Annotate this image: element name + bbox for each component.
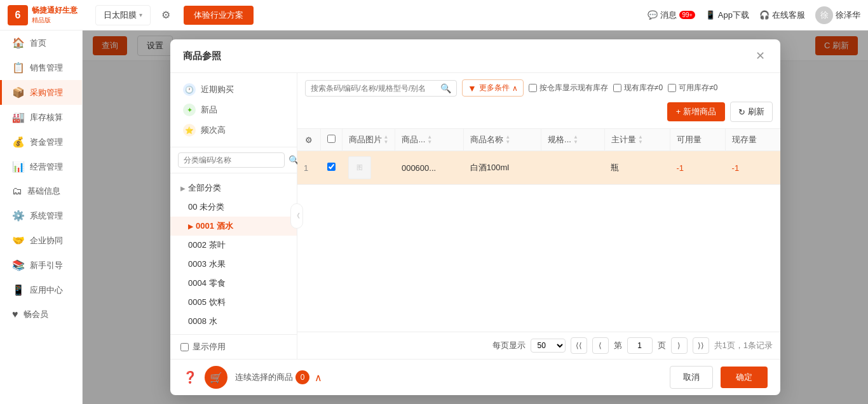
collapse-icon[interactable]: ∧: [315, 372, 322, 384]
recent-icon: 🕐: [183, 83, 196, 96]
available-stock-checkbox[interactable]: [613, 84, 621, 92]
help-icon[interactable]: ❓: [183, 370, 197, 384]
row-name: 白酒100ml: [464, 151, 541, 185]
category-0002[interactable]: 0002 茶叶: [170, 236, 297, 255]
logo-text: 畅捷通好生意 精品版: [32, 5, 78, 25]
last-page-button[interactable]: ⟩⟩: [693, 337, 709, 354]
quick-link-frequent[interactable]: ⭐ 频次高: [178, 120, 289, 140]
cart-button[interactable]: 🛒: [205, 366, 227, 389]
next-page-button[interactable]: ⟩: [671, 337, 688, 354]
headset-icon: 🎧: [759, 10, 770, 20]
col-settings[interactable]: ⚙: [297, 129, 320, 151]
row-stock: -1: [726, 151, 780, 185]
cooperation-icon: 🤝: [12, 234, 25, 246]
sidebar: 🏠 首页 📋 销售管理 📦 采购管理 🏭 库存核算 💰 资金管理 📊 经营管理 …: [0, 30, 83, 404]
message-item[interactable]: 💬 消息 99+: [648, 10, 695, 21]
add-product-button[interactable]: + 新增商品: [667, 102, 725, 121]
user-item[interactable]: 徐 徐泽华: [815, 6, 860, 24]
experience-button[interactable]: 体验行业方案: [184, 6, 254, 25]
col-spec: 规格... ▲▼: [541, 129, 605, 151]
category-all[interactable]: ▶ 全部分类: [170, 178, 297, 198]
modal-title: 商品参照: [183, 50, 221, 62]
sidebar-collapse-button[interactable]: 《: [290, 203, 303, 229]
sort-image-icon: ▲▼: [384, 135, 389, 145]
sidebar-item-home[interactable]: 🏠 首页: [0, 30, 82, 55]
sidebar-item-cooperation[interactable]: 🤝 企业协同: [0, 228, 82, 253]
quick-links: 🕐 近期购买 ✦ 新品 ⭐ 频次高: [170, 73, 297, 147]
page-number-input[interactable]: [627, 337, 653, 354]
online-service-item[interactable]: 🎧 在线客服: [759, 10, 805, 21]
checkbox-available-stock[interactable]: 现有库存≠0: [613, 83, 663, 93]
select-all-checkbox[interactable]: [327, 135, 336, 143]
quick-link-recent[interactable]: 🕐 近期购买: [178, 79, 289, 100]
row-available: -1: [670, 151, 725, 185]
confirm-button[interactable]: 确定: [721, 367, 768, 388]
refresh-icon: ↻: [738, 107, 745, 117]
arrow-icon: ▶: [180, 185, 186, 192]
new-icon: ✦: [183, 104, 196, 116]
modal-body: 🕐 近期购买 ✦ 新品 ⭐ 频次高 《: [170, 73, 780, 359]
sidebar-item-system[interactable]: ⚙️ 系统管理: [0, 203, 82, 228]
sidebar-item-purchase[interactable]: 📦 采购管理: [0, 80, 82, 105]
sort-spec-icon: ▲▼: [573, 135, 578, 145]
table-row[interactable]: 1 图 000600... 白酒100ml: [297, 151, 780, 185]
sidebar-item-apps[interactable]: 📱 应用中心: [0, 278, 82, 302]
row-image: 图: [342, 151, 395, 185]
sidebar-item-finance[interactable]: 💰 资金管理: [0, 130, 82, 154]
warehouse-checkbox[interactable]: [529, 84, 537, 92]
sidebar-item-guide[interactable]: 📚 新手引导: [0, 253, 82, 278]
modal-dialog: 商品参照 ✕ 🕐 近期购买 ✦ 新品: [170, 39, 780, 395]
quick-link-new[interactable]: ✦ 新品: [178, 100, 289, 120]
app-download-item[interactable]: 📱 App下载: [705, 10, 749, 21]
category-00[interactable]: 00 未分类: [170, 198, 297, 217]
sidebar-item-vip[interactable]: ♥ 畅会员: [0, 302, 82, 327]
sidebar-item-sales[interactable]: 📋 销售管理: [0, 55, 82, 80]
gear-icon[interactable]: ⚙: [156, 5, 176, 25]
home-icon: 🏠: [12, 37, 25, 49]
modal-close-button[interactable]: ✕: [752, 48, 768, 64]
cancel-button[interactable]: 取消: [670, 366, 713, 389]
logo-area: 6 畅捷通好生意 精品版: [8, 5, 90, 25]
category-0008[interactable]: 0008 水: [170, 312, 297, 331]
row-check[interactable]: [320, 151, 342, 185]
pagination: 每页显示 50 100 200 ⟨⟨ ⟨ 第 页 ⟩ ⟩⟩ 共1页，1: [297, 332, 780, 359]
row-checkbox[interactable]: [327, 163, 336, 171]
checkbox-usable-stock[interactable]: 可用库存≠0: [668, 83, 717, 93]
filter-button[interactable]: ▼ 更多条件 ∧: [462, 79, 524, 97]
apps-icon: 📱: [12, 284, 25, 296]
col-available: 可用量: [670, 129, 725, 151]
modal-header: 商品参照 ✕: [170, 39, 780, 73]
main-area: 查询 设置 C 刷新 商品参照 ✕ 🕐 近期购买: [83, 30, 868, 404]
per-page-select[interactable]: 50 100 200: [531, 339, 566, 353]
product-image: 图: [348, 156, 371, 179]
category-0004[interactable]: 0004 零食: [170, 274, 297, 293]
col-stock: 现存量: [726, 129, 780, 151]
category-0005[interactable]: 0005 饮料: [170, 293, 297, 312]
sidebar-item-inventory[interactable]: 🏭 库存核算: [0, 105, 82, 130]
system-icon: ⚙️: [12, 210, 25, 222]
product-search-input[interactable]: [311, 84, 438, 93]
arrow-active-icon: ▶: [188, 223, 193, 230]
guide-icon: 📚: [12, 259, 25, 271]
category-search-input[interactable]: [178, 152, 285, 168]
row-num: 1: [297, 151, 320, 185]
checkbox-warehouse[interactable]: 按仓库显示现有库存: [529, 83, 608, 93]
basic-icon: 🗂: [12, 185, 22, 197]
first-page-button[interactable]: ⟨⟨: [571, 337, 587, 354]
row-unit: 瓶: [604, 151, 670, 185]
nav-selector[interactable]: 日太阳膜 ▾: [95, 5, 151, 25]
prev-page-button[interactable]: ⟨: [592, 337, 609, 354]
refresh-table-button[interactable]: ↻ 刷新: [730, 102, 773, 122]
app-icon: 📱: [705, 10, 715, 20]
product-search-icon[interactable]: 🔍: [440, 83, 451, 93]
logo-icon: 6: [8, 5, 28, 25]
modal-sidebar: 🕐 近期购买 ✦ 新品 ⭐ 频次高 《: [170, 73, 297, 359]
sidebar-item-basic[interactable]: 🗂 基础信息: [0, 179, 82, 203]
category-0001[interactable]: ▶ 0001 酒水: [170, 217, 297, 236]
usable-stock-checkbox[interactable]: [668, 84, 676, 92]
sales-icon: 📋: [12, 62, 25, 74]
product-table: ⚙ 商品图片 ▲▼: [297, 129, 780, 185]
category-0003[interactable]: 0003 水果: [170, 255, 297, 274]
display-toggle-checkbox[interactable]: [180, 343, 189, 351]
sidebar-item-management[interactable]: 📊 经营管理: [0, 154, 82, 179]
